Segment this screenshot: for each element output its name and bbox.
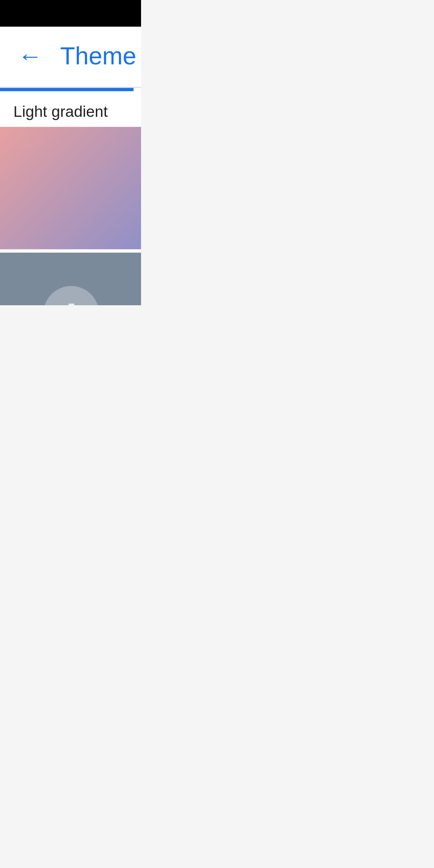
back-button[interactable]: ← [18,42,42,71]
header: ← Theme [0,27,141,88]
tab-indicator-active [0,88,133,91]
section-label: Light gradient [0,91,141,127]
tab-indicator-row [0,88,141,91]
download-icon-4: ⬇ [43,286,99,305]
tab-indicator-inactive [133,88,141,91]
main-content: Light gradient ⬇ ⬇ ⬇ [0,91,141,305]
page-title: Theme [60,42,136,71]
theme-cell-4[interactable]: ⬇ [0,252,141,305]
theme-cell-1[interactable] [0,127,141,249]
theme-grid: ⬇ ⬇ ⬇ ⬇ [0,127,141,305]
status-bar-top [0,0,141,27]
